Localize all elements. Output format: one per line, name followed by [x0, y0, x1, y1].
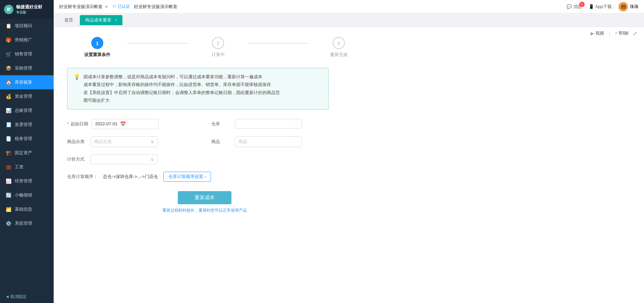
step-1-num: 1: [96, 40, 99, 46]
finance-icon: 💰: [5, 93, 11, 99]
category-select[interactable]: 商品分类 ∨: [91, 136, 158, 147]
form-row-3: 计价方式 ∨: [67, 155, 342, 164]
message-button[interactable]: 💬 消息 1: [567, 4, 582, 10]
step-1-circle: 1: [91, 37, 103, 49]
recalc-button[interactable]: 重算成本: [178, 191, 231, 204]
stepper: 1 设置重算条件 2 计算中 3 重算完成: [67, 37, 369, 58]
divider: |: [609, 31, 610, 36]
sidebar-item-label-system: 系统管理: [15, 220, 32, 226]
sidebar-item-sales[interactable]: 🛒 销售管理: [0, 47, 54, 61]
tab-home[interactable]: 首页: [59, 15, 78, 25]
sidebar-item-basic[interactable]: 🗂️ 基础信息: [0, 202, 54, 216]
start-date-label: * 起始日期: [67, 121, 88, 127]
window-controls: ✕ ⤢: [625, 30, 637, 37]
sidebar-item-project[interactable]: 📋 项目顾问: [0, 19, 54, 33]
sidebar-item-assets[interactable]: 🏗️ 固定资产: [0, 146, 54, 160]
recalc-btn-label: 重算成本: [195, 194, 215, 200]
pricing-label: 计价方式: [67, 156, 87, 162]
sidebar-item-label-marketing: 营销推广: [15, 37, 32, 43]
sidebar-item-label-management: 经营管理: [15, 178, 32, 184]
video-label: 视频: [595, 30, 604, 36]
form-row-2: 商品分类 商品分类 ∨ 商品 商品 ···: [67, 136, 342, 147]
sidebar-item-management[interactable]: 📈 经营管理: [0, 174, 54, 188]
tax-icon: 📑: [5, 136, 11, 142]
calendar-icon[interactable]: 📅: [120, 121, 126, 127]
page-action-bar: ▶ 视频 | ? 帮助: [591, 30, 627, 36]
video-link[interactable]: ▶ 视频: [591, 30, 604, 36]
info-line-2: 成本重算过程中，影响库存账的操作均不能操作，比如进货单、销货单、库存单据不能审核…: [84, 81, 280, 88]
project-icon: 📋: [5, 23, 11, 29]
app-download-button[interactable]: 📱 App下载: [589, 4, 612, 10]
warehouse-order-settings-button[interactable]: 仓库计算顺序设置 ›: [163, 172, 211, 182]
goods-placeholder: 商品: [238, 139, 247, 145]
message-icon: 💬: [567, 4, 572, 9]
sidebar-item-system[interactable]: ⚙️ 系统管理: [0, 216, 54, 230]
sidebar-item-finance[interactable]: 💰 资金管理: [0, 89, 54, 103]
step-line-1: [127, 43, 188, 44]
expand-icon[interactable]: ⤢: [633, 30, 637, 37]
tab-home-label: 首页: [64, 17, 73, 23]
sidebar-pin-toggle[interactable]: ◄ 取消固定: [0, 291, 54, 303]
tab-close-icon[interactable]: ×: [115, 18, 117, 23]
topbar-account[interactable]: 好业财专业版演示帐套 ▼: [59, 4, 108, 10]
topbar-verified-badge: 🛡 已认证: [112, 4, 130, 9]
start-date-value: 2022-07-01: [95, 121, 118, 126]
topbar-right-actions: 💬 消息 1 📱 App下载 🐻 珠珠: [567, 2, 639, 11]
sidebar-item-purchase[interactable]: 📦 采购管理: [0, 61, 54, 75]
avatar-image: 🐻: [619, 2, 628, 11]
user-name: 珠珠: [630, 4, 639, 10]
step-2-circle: 2: [212, 37, 224, 49]
warehouse-input[interactable]: ···: [235, 119, 302, 129]
pricing-select[interactable]: ∨: [91, 155, 158, 164]
sidebar-item-expense[interactable]: 🔄 小畅报销: [0, 188, 54, 202]
sidebar-item-invoice[interactable]: 🧾 发票管理: [0, 118, 54, 132]
form-row-1: * 起始日期 2022-07-01 📅 仓库 ···: [67, 119, 342, 129]
pricing-chevron-icon: ∨: [151, 157, 154, 162]
sidebar: 财 畅捷通好业财 专业版 📋 项目顾问 🎁 营销推广 🛒 销售管理 📦 采购管理…: [0, 0, 54, 303]
step-2-label: 计算中: [212, 52, 225, 58]
field-category: 商品分类 商品分类 ∨: [67, 136, 198, 147]
salary-icon: 💼: [5, 164, 11, 170]
info-box: 💡 因成本计算参数调整，或是对商品成本有疑问时，可以通过成本重算功能，重新计算一…: [67, 68, 329, 110]
warehouse-label: 仓库: [211, 121, 231, 127]
content-area: ▶ 视频 | ? 帮助 ✕ ⤢ 1 设置重算条件: [54, 27, 644, 303]
step-3-circle: 3: [333, 37, 345, 49]
field-warehouse: 仓库 ···: [211, 119, 342, 129]
sidebar-item-salary[interactable]: 💼 工资: [0, 160, 54, 174]
verified-label: 已认证: [118, 4, 130, 9]
sales-icon: 🛒: [5, 51, 11, 57]
recalc-section: 重算成本 重算过程耗时较长，重算时您可以正常使用产品: [67, 191, 342, 213]
step-2-num: 2: [217, 40, 219, 46]
start-date-input[interactable]: 2022-07-01 📅: [92, 119, 159, 129]
accounting-icon: 📊: [5, 107, 11, 114]
user-avatar[interactable]: 🐻 珠珠: [619, 2, 639, 11]
invoice-icon: 🧾: [5, 122, 11, 128]
goods-input[interactable]: 商品 ···: [235, 136, 302, 147]
app-download-label: App下载: [595, 4, 612, 10]
logo-sub-text: 专业版: [16, 10, 42, 14]
tab-cost-recalc[interactable]: 商品成本重算 ×: [80, 15, 122, 25]
topbar: 好业财专业版演示帐套 ▼ 🛡 已认证 好业财专业版演示帐套 💬 消息 1 📱 A…: [54, 0, 644, 13]
pin-toggle-label: ◄ 取消固定: [5, 294, 26, 300]
expense-icon: 🔄: [5, 192, 11, 198]
category-placeholder: 商品分类: [94, 139, 112, 145]
sidebar-item-label-tax: 税务管理: [15, 136, 32, 142]
question-icon: ?: [615, 31, 617, 36]
sidebar-item-tax[interactable]: 📑 税务管理: [0, 132, 54, 146]
sidebar-item-inventory[interactable]: 🏠 库存核算: [0, 75, 54, 89]
sidebar-item-marketing[interactable]: 🎁 营销推广: [0, 33, 54, 47]
category-label: 商品分类: [67, 139, 87, 145]
step-3-label: 重算完成: [330, 52, 347, 58]
info-icon: 💡: [73, 74, 80, 104]
sidebar-item-accounting[interactable]: 📊 总账管理: [0, 103, 54, 118]
warehouse-order-value: 总仓->深圳仓库->...->门店仓: [103, 174, 158, 180]
basic-icon: 🗂️: [5, 206, 11, 212]
warehouse-order-btn-label: 仓库计算顺序设置: [168, 174, 203, 180]
required-marker: *: [67, 121, 69, 126]
sidebar-item-label-finance: 资金管理: [15, 93, 32, 99]
inventory-icon: 🏠: [5, 79, 11, 85]
logo-icon: 财: [4, 5, 13, 14]
close-icon[interactable]: ✕: [625, 30, 630, 37]
chevron-right-icon: ›: [205, 174, 206, 179]
shield-icon: 🛡: [112, 4, 116, 9]
